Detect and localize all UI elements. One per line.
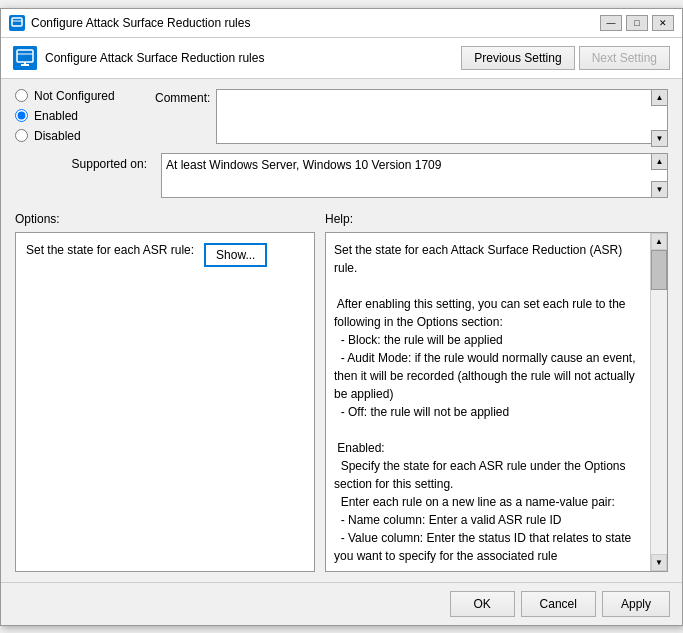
enabled-option[interactable]: Enabled — [15, 109, 155, 123]
enabled-label: Enabled — [34, 109, 78, 123]
close-button[interactable]: ✕ — [652, 15, 674, 31]
options-panel: Set the state for each ASR rule: Show... — [15, 232, 315, 572]
header-left: Configure Attack Surface Reduction rules — [13, 46, 264, 70]
help-scroll-track — [651, 250, 667, 554]
title-bar: Configure Attack Surface Reduction rules… — [1, 9, 682, 38]
main-window: Configure Attack Surface Reduction rules… — [0, 8, 683, 626]
supported-box-wrapper: At least Windows Server, Windows 10 Vers… — [161, 153, 668, 198]
help-text: Set the state for each Attack Surface Re… — [334, 241, 659, 563]
header-title: Configure Attack Surface Reduction rules — [45, 51, 264, 65]
footer: OK Cancel Apply — [1, 582, 682, 625]
supported-value: At least Windows Server, Windows 10 Vers… — [161, 153, 668, 198]
disabled-radio[interactable] — [15, 129, 28, 142]
help-scrollbar: ▲ ▼ — [650, 233, 667, 571]
window-icon — [9, 15, 25, 31]
help-scroll-down[interactable]: ▼ — [651, 554, 667, 571]
content-area: Not Configured Enabled Disabled Comment: — [1, 79, 682, 582]
not-configured-radio[interactable] — [15, 89, 28, 102]
disabled-option[interactable]: Disabled — [15, 129, 155, 143]
not-configured-label: Not Configured — [34, 89, 115, 103]
minimize-button[interactable]: — — [600, 15, 622, 31]
options-help-section: Options: Set the state for each ASR rule… — [15, 212, 668, 572]
help-panel: Set the state for each Attack Surface Re… — [325, 232, 668, 572]
header-icon — [13, 46, 37, 70]
options-column: Options: Set the state for each ASR rule… — [15, 212, 315, 572]
window-controls: — □ ✕ — [600, 15, 674, 31]
supported-scroll-up[interactable]: ▲ — [651, 153, 668, 170]
maximize-button[interactable]: □ — [626, 15, 648, 31]
comment-label: Comment: — [155, 89, 210, 105]
enabled-radio[interactable] — [15, 109, 28, 122]
svg-rect-0 — [12, 18, 22, 26]
set-state-label: Set the state for each ASR rule: — [26, 243, 194, 257]
help-header: Help: — [325, 212, 668, 226]
help-column: Help: Set the state for each Attack Surf… — [325, 212, 668, 572]
comment-textarea[interactable] — [216, 89, 668, 144]
comment-scroll-down[interactable]: ▼ — [651, 130, 668, 147]
ok-button[interactable]: OK — [450, 591, 515, 617]
next-setting-button[interactable]: Next Setting — [579, 46, 670, 70]
header-buttons: Previous Setting Next Setting — [461, 46, 670, 70]
window-title: Configure Attack Surface Reduction rules — [31, 16, 594, 30]
help-scroll-up[interactable]: ▲ — [651, 233, 667, 250]
disabled-label: Disabled — [34, 129, 81, 143]
cancel-button[interactable]: Cancel — [521, 591, 596, 617]
help-scroll-thumb[interactable] — [651, 250, 667, 290]
comment-section: Comment: ▲ ▼ — [155, 89, 668, 153]
comment-area-wrapper: ▲ ▼ — [216, 89, 668, 147]
radio-group: Not Configured Enabled Disabled — [15, 89, 155, 143]
supported-scroll-down[interactable]: ▼ — [651, 181, 668, 198]
supported-label: Supported on: — [15, 153, 155, 171]
radio-comment-row: Not Configured Enabled Disabled Comment: — [15, 89, 668, 153]
options-header: Options: — [15, 212, 315, 226]
previous-setting-button[interactable]: Previous Setting — [461, 46, 574, 70]
show-button[interactable]: Show... — [204, 243, 267, 267]
apply-button[interactable]: Apply — [602, 591, 670, 617]
header-bar: Configure Attack Surface Reduction rules… — [1, 38, 682, 79]
comment-scroll-up[interactable]: ▲ — [651, 89, 668, 106]
supported-section: Supported on: At least Windows Server, W… — [15, 153, 668, 198]
not-configured-option[interactable]: Not Configured — [15, 89, 155, 103]
